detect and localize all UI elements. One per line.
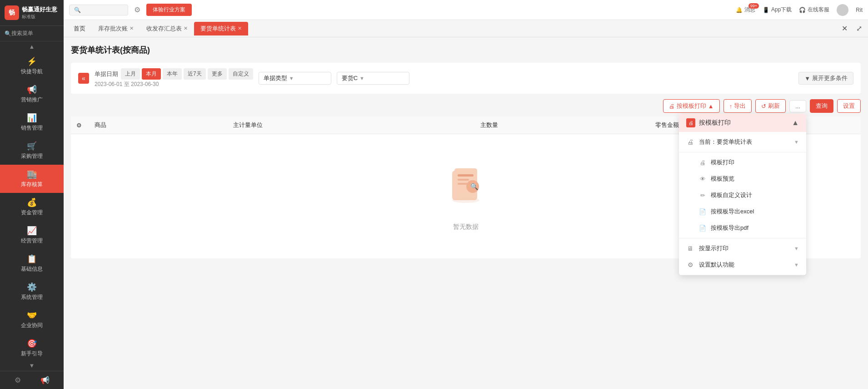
app-download-btn[interactable]: 📱 App下载	[763, 6, 792, 14]
sidebar-scroll-down[interactable]: ▼	[0, 360, 64, 371]
sidebar-item-operations[interactable]: 📈 经营管理	[0, 221, 64, 249]
header-search[interactable]: 🔍	[69, 5, 128, 15]
tab-receivable-summary[interactable]: 收发存汇总表 ✕	[140, 22, 194, 35]
default-func-arrow-icon: ▼	[794, 262, 799, 268]
sidebar-item-basics[interactable]: 📋 基础信息	[0, 249, 64, 278]
tab-inventory-batch[interactable]: 库存批次账 ✕	[92, 22, 140, 35]
avatar	[837, 4, 848, 16]
dropdown-close-btn[interactable]: ▲	[792, 119, 799, 127]
sidebar-logo: 畅 畅赢通好生意 标准版	[0, 0, 64, 26]
sidebar-item-sales[interactable]: 📊 销售管理	[0, 108, 64, 136]
date-btn-custom[interactable]: 自定义	[229, 68, 253, 80]
bell-icon: 🔔	[736, 7, 743, 13]
date-btn-last-month[interactable]: 上月	[121, 68, 140, 80]
tab-expand-btn[interactable]: ⤢	[853, 23, 864, 34]
export-excel-icon: 📄	[699, 208, 706, 215]
dropdown-export-pdf[interactable]: 📄 按模板导出pdf	[679, 220, 806, 236]
logo-icon: 畅	[5, 5, 19, 20]
logo-text: 畅赢通好生意 标准版	[22, 5, 57, 20]
phone-icon: 📱	[763, 7, 769, 13]
online-service-btn[interactable]: 🎧 在线客服	[799, 6, 829, 14]
refresh-icon: ↺	[761, 103, 766, 110]
speaker-icon[interactable]: 📢	[40, 376, 50, 384]
query-btn[interactable]: 查询	[810, 99, 833, 113]
dropdown-default-func[interactable]: ⚙ 设置默认功能 ▼	[679, 257, 806, 273]
sidebar-item-quick-nav[interactable]: ⚡ 快捷导航	[0, 52, 64, 80]
dropdown-current-item[interactable]: 🖨 当前：要货单统计表 ▼	[679, 134, 806, 150]
empty-icon: 🔍	[443, 162, 489, 216]
type-filter-select[interactable]: 单据类型 ▼	[259, 72, 331, 85]
tabs-bar: 首页 库存批次账 ✕ 收发存汇总表 ✕ 要货单统计表 ✕ ✕ ⤢	[64, 20, 868, 37]
order-type-filter-select[interactable]: 要货C ▼	[337, 72, 409, 85]
system-icon: ⚙️	[27, 282, 37, 292]
dropdown-display-print[interactable]: 🖥 按显示打印 ▼	[679, 240, 806, 257]
export-icon: ↑	[729, 103, 733, 110]
tab-home[interactable]: 首页	[67, 22, 92, 35]
sidebar-item-enterprise[interactable]: 🤝 企业协同	[0, 306, 64, 334]
dropdown-items-section: 🖨 模板打印 👁 模板预览 ✏ 模板自定义设计 📄 按模板导出excel	[679, 152, 806, 238]
date-btn-this-year[interactable]: 本年	[163, 68, 182, 80]
header-gear-btn[interactable]: ⚙	[131, 4, 144, 16]
dropdown-export-excel[interactable]: 📄 按模板导出excel	[679, 203, 806, 220]
date-btn-this-month[interactable]: 本月	[142, 68, 161, 80]
header-left: 🔍 ⚙ 体验行业方案	[69, 4, 732, 16]
header-search-icon: 🔍	[74, 7, 81, 13]
page-title: 要货单统计表(按商品)	[71, 45, 861, 56]
messages-badge: 99+	[748, 3, 759, 9]
date-range: 2023-06-01 至 2023-06-30	[95, 81, 253, 88]
more-btn[interactable]: ...	[789, 100, 806, 112]
headset-icon: 🎧	[799, 7, 806, 13]
industry-btn[interactable]: 体验行业方案	[146, 4, 192, 16]
page-area: 要货单统计表(按商品) « 单据日期 上月 本月 本年 近7天 更多 自定义 2…	[64, 37, 868, 389]
date-btn-more[interactable]: 更多	[208, 68, 227, 80]
sidebar-item-newbie[interactable]: 🎯 新手引导	[0, 334, 64, 360]
settings-bottom-icon[interactable]: ⚙	[15, 376, 21, 384]
filter-date-wrapper: 单据日期 上月 本月 本年 近7天 更多 自定义 2023-06-01 至 20…	[95, 68, 253, 88]
sidebar: 畅 畅赢通好生意 标准版 🔍 搜索菜单 ▲ ⚡ 快捷导航 📢 营销推广 📊 销售…	[0, 0, 64, 389]
sidebar-item-inventory[interactable]: 🏬 库存核算	[0, 165, 64, 193]
sidebar-item-finance[interactable]: 💰 资金管理	[0, 193, 64, 221]
purchase-icon: 🛒	[27, 141, 37, 151]
search-menu[interactable]: 🔍 搜索菜单	[0, 26, 64, 41]
tab-order-stats[interactable]: 要货单统计表 ✕	[194, 22, 248, 35]
settings-btn[interactable]: 设置	[837, 99, 861, 113]
current-print-icon: 🖨	[686, 138, 694, 146]
print-arrow-icon: ▲	[708, 103, 714, 110]
finance-icon: 💰	[27, 197, 37, 207]
sidebar-item-purchase[interactable]: 🛒 采购管理	[0, 136, 64, 165]
th-settings[interactable]: ⚙	[71, 116, 89, 134]
user-name[interactable]: Rit	[856, 7, 863, 13]
dropdown-display-section: 🖥 按显示打印 ▼ ⚙ 设置默认功能 ▼	[679, 238, 806, 275]
printer-icon: 🖨	[669, 103, 675, 110]
sidebar-item-system[interactable]: ⚙️ 系统管理	[0, 278, 64, 306]
dropdown-template-preview[interactable]: 👁 模板预览	[679, 171, 806, 187]
date-btn-7days[interactable]: 近7天	[184, 68, 206, 80]
th-product: 商品	[89, 116, 228, 134]
expand-more-btn[interactable]: ▼ 展开更多条件	[798, 72, 853, 85]
template-preview-icon: 👁	[699, 175, 706, 182]
dropdown-template-print[interactable]: 🖨 模板打印	[679, 154, 806, 171]
sidebar-scroll-up[interactable]: ▲	[0, 41, 64, 52]
export-btn[interactable]: ↑ 导出	[723, 99, 752, 113]
tab-receivable-summary-close[interactable]: ✕	[184, 25, 188, 31]
display-print-icon: 🖥	[686, 244, 694, 253]
messages-btn[interactable]: 🔔 消息 99+	[736, 6, 755, 14]
print-dropdown-menu: 🖨 按模板打印 ▲ 🖨 当前：要货单统计表 ▼ 🖨 模板打印	[679, 114, 806, 275]
refresh-btn[interactable]: ↺ 刷新	[755, 99, 786, 113]
filter-expand-btn[interactable]: «	[78, 73, 89, 84]
dropdown-template-custom[interactable]: ✏ 模板自定义设计	[679, 187, 806, 203]
dropdown-header-icon: 🖨	[686, 118, 695, 127]
select-arrow-icon: ▼	[289, 76, 294, 81]
basics-icon: 📋	[27, 254, 37, 264]
enterprise-icon: 🤝	[27, 310, 37, 320]
gear-icon: ⚙	[134, 5, 140, 14]
sidebar-nav: ⚡ 快捷导航 📢 营销推广 📊 销售管理 🛒 采购管理 🏬 库存核算 💰 资金管…	[0, 52, 64, 360]
user-avatar[interactable]	[837, 4, 848, 16]
print-template-btn[interactable]: 🖨 按模板打印 ▲	[663, 99, 720, 113]
tab-close-all-btn[interactable]: ✕	[839, 23, 850, 34]
sidebar-item-marketing[interactable]: 📢 营销推广	[0, 80, 64, 108]
svg-text:🔍: 🔍	[470, 183, 479, 191]
toolbar: 🖨 按模板打印 ▲ ↑ 导出 ↺ 刷新 ... 查询 设置	[71, 99, 861, 113]
tab-inventory-batch-close[interactable]: ✕	[130, 25, 134, 31]
tab-order-stats-close[interactable]: ✕	[238, 25, 242, 31]
